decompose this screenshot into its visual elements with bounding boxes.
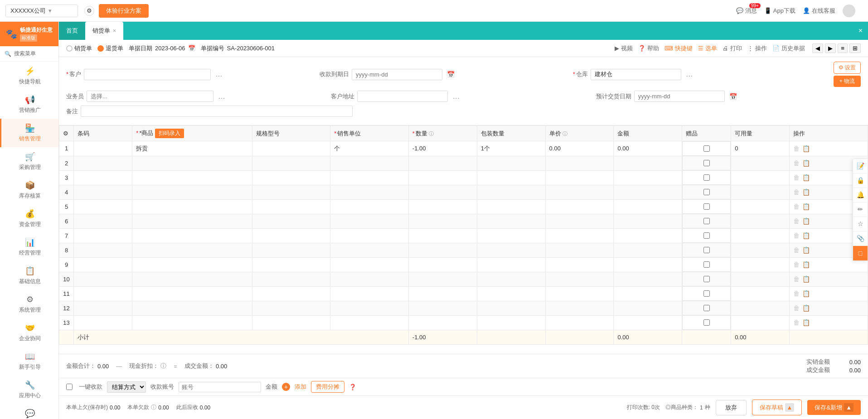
next-btn[interactable]: ▶ [825, 43, 836, 53]
save-new-btn[interactable]: 保存&新增 ▲ [807, 400, 861, 415]
scan-btn[interactable]: 扫码录入 [155, 129, 184, 138]
tab-home[interactable]: 首页 [59, 22, 85, 40]
draft-btn[interactable]: 保存草稿 ▲ [752, 400, 802, 415]
sidebar-item-guide[interactable]: 📖 新手引导 [0, 347, 58, 376]
sidebar-item-marketing[interactable]: 📢 营销推广 [0, 90, 58, 119]
delete-row-icon[interactable]: 🗑 [793, 188, 800, 196]
cell-qty-1[interactable]: -1.00 [408, 141, 477, 156]
cell-unit-1[interactable]: 个 [330, 141, 408, 156]
shortkey-btn[interactable]: ⌨ 快捷键 [664, 44, 693, 53]
salesman-input[interactable] [87, 91, 213, 102]
abandon-btn[interactable]: 放弃 [716, 400, 747, 415]
online-service-btn[interactable]: 👤 在线客服 [803, 7, 835, 15]
customer-addr-input[interactable] [357, 91, 448, 102]
cell-spec-1[interactable] [252, 141, 330, 156]
draft-chevron-icon[interactable]: ▲ [785, 403, 795, 412]
save-new-chevron-icon[interactable]: ▲ [844, 403, 853, 412]
copy-row-icon[interactable]: 📋 [802, 290, 810, 297]
view-grid-btn[interactable]: ⊞ [849, 43, 861, 53]
delete-row-icon[interactable]: 🗑 [793, 304, 800, 312]
logistics-btn[interactable]: + 物流 [834, 76, 861, 87]
copy-row-icon[interactable]: 📋 [802, 261, 810, 268]
addr-dots[interactable]: … [452, 92, 460, 101]
cell-barcode-1[interactable] [74, 141, 132, 156]
notes-input[interactable] [81, 106, 353, 117]
delete-row-icon[interactable]: 🗑 [793, 217, 800, 225]
ops-btn[interactable]: ⋮ 操作 [747, 44, 767, 53]
receive-cal-icon[interactable]: 📅 [447, 71, 455, 78]
one-click-checkbox[interactable] [66, 384, 73, 390]
sidebar-item-purchase[interactable]: 🛒 采购管理 [0, 147, 58, 176]
app-download-btn[interactable]: 📱 App下载 [764, 7, 795, 15]
copy-row-icon[interactable]: 📋 [802, 188, 810, 196]
help-btn[interactable]: ❓ 帮助 [638, 44, 659, 53]
add-pay-btn[interactable]: + [282, 383, 290, 391]
cell-pack-qty-1[interactable]: 1个 [477, 141, 545, 156]
trial-btn[interactable]: 体验行业方案 [99, 4, 149, 18]
delete-row-icon[interactable]: 🗑 [793, 203, 800, 210]
sidebar-item-apps[interactable]: 🔧 应用中心 [0, 376, 58, 404]
sidebar-item-collab[interactable]: 🤝 企业协同 [0, 318, 58, 347]
right-tool-note[interactable]: 📝 [853, 159, 868, 173]
copy-row-icon[interactable]: 📋 [802, 159, 810, 167]
sidebar-item-sales[interactable]: 🏪 销售管理 [0, 119, 58, 147]
sidebar-item-basics[interactable]: 📋 基础信息 [0, 261, 58, 290]
window-close-btn[interactable]: × [858, 27, 863, 35]
copy-row-icon[interactable]: 📋 [802, 275, 810, 283]
receive-date-input[interactable] [352, 69, 442, 80]
expense-btn[interactable]: 费用分摊 [311, 381, 344, 393]
right-tool-edit[interactable]: ✏ [853, 202, 868, 217]
customer-input[interactable] [84, 69, 211, 80]
copy-row-icon[interactable]: 📋 [802, 174, 810, 181]
choose-btn[interactable]: ☰ 选单 [698, 44, 717, 53]
view-list-btn[interactable]: ≡ [838, 43, 848, 53]
sidebar-item-inventory[interactable]: 📦 库存核算 [0, 176, 58, 204]
account-input[interactable] [179, 382, 261, 392]
warehouse-dots[interactable]: … [686, 70, 693, 78]
copy-row-icon[interactable]: 📋 [802, 203, 810, 210]
cell-product-1[interactable]: 拆贡 [132, 141, 252, 156]
prev-btn[interactable]: ◀ [812, 43, 823, 53]
th-settings[interactable]: ⚙ [59, 126, 74, 141]
company-selector[interactable]: XXXXXX公司 ▾ [5, 5, 78, 17]
delete-row-icon[interactable]: 🗑 [793, 290, 800, 297]
delete-row-icon[interactable]: 🗑 [793, 319, 800, 326]
tab-current[interactable]: 销货单 × [85, 22, 123, 40]
tab-close-icon[interactable]: × [113, 28, 116, 34]
video-btn[interactable]: ▶ 视频 [615, 44, 633, 53]
delete-row-icon[interactable]: 🗑 [793, 174, 800, 181]
expense-help-icon[interactable]: ❓ [349, 384, 356, 390]
delete-row-1-icon[interactable]: 🗑 [793, 145, 800, 152]
history-btn[interactable]: 📄 历史单据 [772, 44, 805, 53]
radio-return[interactable]: 退货单 [97, 44, 123, 53]
cell-gift-1[interactable] [682, 141, 731, 156]
calc-method-select[interactable]: 结算方式 [107, 381, 146, 393]
delete-row-icon[interactable]: 🗑 [793, 261, 800, 268]
sidebar-item-weixin[interactable]: 💬 企业微信 [0, 404, 58, 419]
cell-price-1[interactable]: 0.00 [545, 141, 614, 156]
delete-row-icon[interactable]: 🗑 [793, 275, 800, 283]
right-tool-bell[interactable]: 🔔 [853, 188, 868, 202]
owe-help-icon[interactable]: ⓘ [151, 404, 156, 411]
sidebar-item-quick-nav[interactable]: ⚡ 快捷导航 [0, 62, 58, 90]
delete-row-icon[interactable]: 🗑 [793, 246, 800, 254]
copy-row-icon[interactable]: 📋 [802, 304, 810, 312]
customer-dots[interactable]: … [215, 70, 223, 78]
right-tool-clip[interactable]: 📎 [853, 231, 868, 246]
copy-row-icon[interactable]: 📋 [802, 217, 810, 225]
cell-amount-1[interactable]: 0.00 [614, 141, 682, 156]
sidebar-search[interactable]: 🔍 搜索菜单 [0, 46, 58, 62]
sidebar-item-system[interactable]: ⚙ 系统管理 [0, 290, 58, 318]
sidebar-item-business[interactable]: 📊 经营管理 [0, 233, 58, 261]
salesman-dots[interactable]: … [218, 92, 225, 101]
right-tool-star[interactable]: ☆ [853, 217, 868, 231]
expected-date-input[interactable] [634, 91, 725, 102]
sidebar-item-finance[interactable]: 💰 资金管理 [0, 204, 58, 233]
copy-row-icon[interactable]: 📋 [802, 246, 810, 254]
right-tool-orange[interactable]: □ [853, 246, 868, 260]
settings-icon[interactable]: ⚙ [84, 6, 94, 16]
delete-row-icon[interactable]: 🗑 [793, 232, 800, 239]
expected-cal-icon[interactable]: 📅 [729, 93, 737, 100]
message-btn[interactable]: 💬 消息 99+ [736, 7, 757, 15]
discount-help[interactable]: ⓘ [160, 362, 166, 370]
